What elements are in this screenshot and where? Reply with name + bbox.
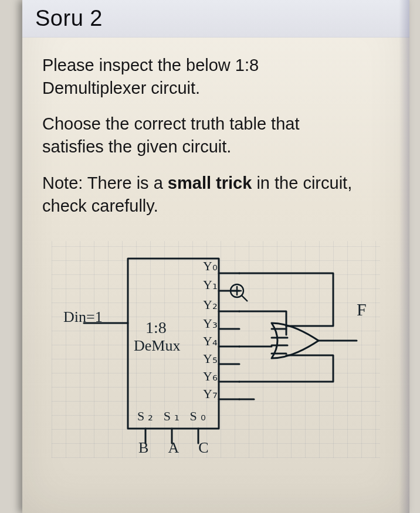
label-select-inputs: B A C bbox=[138, 439, 217, 457]
paragraph-3: Note: There is a small trick in the circ… bbox=[42, 172, 389, 218]
label-block-2: DeMux bbox=[134, 337, 180, 355]
svg-line-22 bbox=[242, 295, 248, 301]
label-y4: Y₄ bbox=[203, 334, 218, 349]
label-y2: Y₂ bbox=[203, 297, 218, 312]
label-block-1: 1:8 bbox=[145, 318, 167, 337]
question-header: Soru 2 bbox=[22, 0, 409, 38]
label-y6: Y₆ bbox=[203, 369, 218, 384]
label-y1: Y₁ bbox=[203, 277, 218, 293]
question-number: Soru 2 bbox=[35, 6, 103, 31]
label-y3: Y₃ bbox=[203, 316, 218, 331]
label-y7: Y₇ bbox=[203, 386, 218, 402]
circuit-canvas: Din=1 1:8 DeMux Y₀ Y₁ Y₂ Y₃ Y₄ Y₅ Y₆ Y₇ … bbox=[52, 241, 380, 458]
label-y0: Y₀ bbox=[203, 259, 218, 274]
question-card: Soru 2 Please inspect the below 1:8 Demu… bbox=[22, 0, 409, 513]
question-body: Please inspect the below 1:8 Demultiplex… bbox=[22, 38, 409, 458]
label-output-F: F bbox=[357, 300, 367, 320]
circuit-figure: Din=1 1:8 DeMux Y₀ Y₁ Y₂ Y₃ Y₄ Y₅ Y₆ Y₇ … bbox=[42, 230, 389, 458]
label-din: Din=1 bbox=[63, 308, 103, 326]
paragraph-2: Choose the correct truth table that sati… bbox=[42, 113, 389, 158]
label-y5: Y₅ bbox=[203, 351, 218, 366]
paragraph-1: Please inspect the below 1:8 Demultiplex… bbox=[42, 54, 389, 100]
label-selects: S₂ S₁ S₀ bbox=[137, 409, 209, 424]
